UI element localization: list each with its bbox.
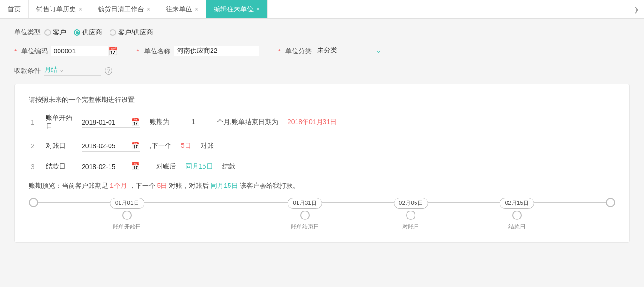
row-1-cal-icon[interactable]: 📅 <box>131 118 140 127</box>
unit-code-input[interactable] <box>51 46 108 56</box>
radio-customer-label: 客户 <box>53 28 66 37</box>
unit-classify-group: * 单位分类 未分类 ⌄ <box>278 45 381 57</box>
preview-part1: 1个月 <box>110 182 127 189</box>
tab-partner-close[interactable]: × <box>195 6 198 13</box>
unit-details-row: * 单位编码 📅 * 单位名称 * 单位分类 未分类 ⌄ <box>14 45 630 57</box>
unit-code-star: * <box>14 48 17 55</box>
payment-condition-select[interactable]: 月结 ⌄ <box>44 66 101 76</box>
row-2-desc-before: ,下一个 <box>150 142 171 150</box>
unit-code-label: 单位编码 <box>21 47 48 56</box>
tab-cash-work-close[interactable]: × <box>147 6 150 13</box>
radio-both[interactable]: 客户/供应商 <box>110 28 153 37</box>
timeline-point-3: 02月15日 结款日 <box>500 198 534 231</box>
radio-supplier[interactable]: 供应商 <box>74 28 102 37</box>
setting-row-2: 2 对账日 📅 ,下一个 5日 对账 <box>29 140 615 152</box>
timeline-dot-3 <box>512 211 522 220</box>
payment-condition-chevron: ⌄ <box>59 67 64 73</box>
timeline-point-2: 02月05日 对账日 <box>394 198 428 231</box>
unit-type-label: 单位类型 <box>14 28 41 37</box>
setting-row-1: 1 账单开始日 📅 账期为 个月,账单结束日期为 2018年01月31日 <box>29 114 615 131</box>
timeline-point-0: 01月01日 账单开始日 <box>110 198 144 231</box>
unit-type-group: 单位类型 客户 供应商 客户/供应商 <box>14 28 153 37</box>
radio-group: 客户 供应商 客户/供应商 <box>44 28 153 37</box>
unit-type-row: 单位类型 客户 供应商 客户/供应商 <box>14 28 630 37</box>
unit-classify-value: 未分类 <box>315 45 374 56</box>
row-1-end-date: 2018年01月31日 <box>288 118 337 127</box>
radio-both-label: 客户/供应商 <box>118 28 153 37</box>
tab-home[interactable]: 首页 <box>0 0 29 18</box>
row-1-date-wrapper: 📅 <box>82 117 140 128</box>
settings-card: 请按照未来的一个完整帐期进行设置 1 账单开始日 📅 账期为 个月,账单结束日期… <box>14 84 630 243</box>
row-3-date-wrapper: 📅 <box>82 161 140 172</box>
row-3-date-input[interactable] <box>82 163 129 170</box>
preview-part3-highlight: 同月15日 <box>211 182 238 189</box>
timeline-dot-0 <box>122 211 132 220</box>
unit-classify-star: * <box>278 48 280 55</box>
unit-code-group: * 单位编码 📅 <box>14 46 118 56</box>
timeline-badge-2: 02月05日 <box>394 198 428 209</box>
timeline: 01月01日 账单开始日 01月31日 账单结束日 02月05日 对账日 <box>29 198 615 231</box>
row-2-date-wrapper: 📅 <box>82 140 140 152</box>
preview-label: 账期预览：当前客户账期是 <box>29 182 108 189</box>
timeline-label-2: 对账日 <box>402 223 419 231</box>
unit-name-group: * 单位名称 <box>136 46 259 56</box>
timeline-dot-1 <box>300 211 310 220</box>
unit-code-icon[interactable]: 📅 <box>108 47 118 56</box>
setting-row-3: 3 结款日 📅 ，对账后 同月15日 结款 <box>29 161 615 172</box>
unit-classify-chevron: ⌄ <box>376 47 381 54</box>
unit-name-label: 单位名称 <box>144 47 170 56</box>
tab-cash-work[interactable]: 钱货日清工作台 × <box>90 0 158 18</box>
card-hint: 请按照未来的一个完整帐期进行设置 <box>29 96 615 104</box>
row-1-num: 1 <box>29 118 36 126</box>
row-3-date-highlight: 同月15日 <box>186 162 213 171</box>
unit-code-input-wrapper: 📅 <box>51 46 118 56</box>
timeline-badge-3: 02月15日 <box>500 198 534 209</box>
tab-sales-history-label: 销售订单历史 <box>36 5 76 14</box>
row-3-desc-after: 结款 <box>222 162 236 171</box>
row-1-period-input[interactable] <box>179 117 207 127</box>
radio-customer[interactable]: 客户 <box>44 28 66 37</box>
timeline-dot-2 <box>406 211 415 220</box>
tab-edit-partner[interactable]: 编辑往来单位 × <box>206 0 268 18</box>
unit-name-input[interactable] <box>174 46 259 56</box>
row-2-date-input[interactable] <box>82 142 129 150</box>
payment-condition-value: 月结 <box>44 66 58 74</box>
row-2-date-highlight: 5日 <box>181 142 191 150</box>
unit-classify-label: 单位分类 <box>285 47 312 56</box>
row-2-cal-icon[interactable]: 📅 <box>131 141 140 150</box>
tab-sales-history[interactable]: 销售订单历史 × <box>29 0 90 18</box>
tab-cash-work-label: 钱货日清工作台 <box>98 5 144 14</box>
tab-arrow[interactable]: ❯ <box>629 0 644 18</box>
radio-customer-circle <box>44 29 51 36</box>
unit-classify-select[interactable]: 未分类 ⌄ <box>315 45 381 57</box>
radio-supplier-label: 供应商 <box>82 28 102 37</box>
timeline-badge-1: 01月31日 <box>288 198 322 209</box>
row-2-desc-after: 对账 <box>201 142 214 150</box>
payment-condition-group: 收款条件 月结 ⌄ ? <box>14 66 112 76</box>
tab-home-label: 首页 <box>8 5 21 14</box>
tab-edit-partner-close[interactable]: × <box>256 6 260 13</box>
timeline-point-1: 01月31日 账单结束日 <box>288 198 322 231</box>
tab-sales-history-close[interactable]: × <box>79 6 82 13</box>
preview-part2-highlight: 5日 <box>157 182 167 189</box>
tab-bar: 首页 销售订单历史 × 钱货日清工作台 × 往来单位 × 编辑往来单位 × ❯ <box>0 0 644 19</box>
timeline-start-dot <box>29 198 38 207</box>
payment-condition-row: 收款条件 月结 ⌄ ? <box>14 66 630 76</box>
tab-partner[interactable]: 往来单位 × <box>158 0 206 18</box>
row-1-date-input[interactable] <box>82 118 129 126</box>
preview-part2-before: ，下一个 <box>129 182 155 189</box>
row-3-type: 结款日 <box>46 162 72 171</box>
row-3-cal-icon[interactable]: 📅 <box>131 162 140 171</box>
preview-text: 账期预览：当前客户账期是 1个月 ，下一个 5日 对账，对账后 同月15日 该客… <box>29 182 615 190</box>
timeline-end-dot <box>606 198 615 207</box>
preview-part3-after: 该客户会给我打款。 <box>240 182 299 189</box>
radio-both-circle <box>110 29 116 36</box>
unit-name-star: * <box>136 48 139 55</box>
row-1-type: 账单开始日 <box>46 114 72 131</box>
help-icon[interactable]: ? <box>105 67 112 75</box>
row-2-type: 对账日 <box>46 142 72 150</box>
row-2-num: 2 <box>29 142 36 150</box>
row-3-desc-before: ，对账后 <box>150 162 176 171</box>
timeline-label-3: 结款日 <box>508 223 525 231</box>
preview-section: 账期预览：当前客户账期是 1个月 ，下一个 5日 对账，对账后 同月15日 该客… <box>29 182 615 231</box>
